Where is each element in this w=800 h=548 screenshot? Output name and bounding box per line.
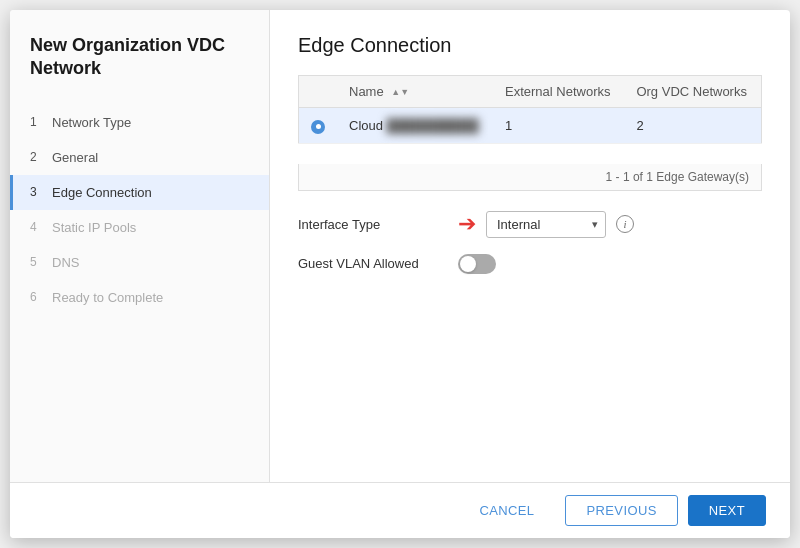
edge-table: Name ▲▼ External Networks Org VDC Networ… [298, 75, 762, 144]
table-header-row: Name ▲▼ External Networks Org VDC Networ… [299, 76, 762, 108]
step-number-5: 5 [30, 255, 44, 269]
section-title: Edge Connection [298, 34, 762, 57]
next-button[interactable]: NEXT [688, 495, 766, 526]
table-cell-external: 1 [493, 108, 624, 144]
table-cell-name: Cloud ██████████ [337, 108, 493, 144]
sidebar-item-label: Edge Connection [52, 185, 152, 200]
sidebar-item-static-ip-pools[interactable]: 4 Static IP Pools [10, 210, 269, 245]
sidebar-item-general[interactable]: 2 General [10, 140, 269, 175]
sidebar-item-label: General [52, 150, 98, 165]
radio-button[interactable] [311, 120, 325, 134]
sidebar: New Organization VDC Network 1 Network T… [10, 10, 270, 482]
sidebar-item-edge-connection[interactable]: 3 Edge Connection [10, 175, 269, 210]
step-number-1: 1 [30, 115, 44, 129]
step-number-4: 4 [30, 220, 44, 234]
previous-button[interactable]: PREVIOUS [565, 495, 677, 526]
step-number-3: 3 [30, 185, 44, 199]
info-icon[interactable]: i [616, 215, 634, 233]
table-cell-orgvdc: 2 [624, 108, 761, 144]
dialog-footer: CANCEL PREVIOUS NEXT [10, 482, 790, 538]
interface-type-label: Interface Type [298, 217, 458, 232]
table-cell-radio[interactable] [299, 108, 338, 144]
sidebar-item-label: Ready to Complete [52, 290, 163, 305]
sidebar-item-network-type[interactable]: 1 Network Type [10, 105, 269, 140]
sidebar-steps: 1 Network Type 2 General 3 Edge Connecti… [10, 105, 269, 315]
dialog-body: New Organization VDC Network 1 Network T… [10, 10, 790, 482]
sidebar-item-label: DNS [52, 255, 79, 270]
main-content: Edge Connection Name ▲▼ External Network… [270, 10, 790, 482]
blurred-name: ██████████ [387, 118, 479, 133]
arrow-icon: ➔ [458, 211, 476, 237]
sort-icons[interactable]: ▲▼ [391, 88, 409, 97]
table-col-select [299, 76, 338, 108]
table-footer: 1 - 1 of 1 Edge Gateway(s) [298, 164, 762, 191]
table-col-name: Name ▲▼ [337, 76, 493, 108]
toggle-thumb [460, 256, 476, 272]
cancel-button[interactable]: CANCEL [458, 495, 555, 526]
table-col-external: External Networks [493, 76, 624, 108]
sidebar-item-ready-to-complete[interactable]: 6 Ready to Complete [10, 280, 269, 315]
interface-type-select[interactable]: Internal Subinterface Distributed [486, 211, 606, 238]
guest-vlan-row: Guest VLAN Allowed [298, 254, 762, 274]
step-number-2: 2 [30, 150, 44, 164]
table-col-orgvdc: Org VDC Networks [624, 76, 761, 108]
table-row[interactable]: Cloud ██████████ 1 2 [299, 108, 762, 144]
sidebar-item-label: Network Type [52, 115, 131, 130]
guest-vlan-label: Guest VLAN Allowed [298, 256, 458, 271]
sidebar-item-label: Static IP Pools [52, 220, 136, 235]
interface-type-row: Interface Type ➔ Internal Subinterface D… [298, 211, 762, 238]
dialog-title: New Organization VDC Network [10, 34, 269, 105]
guest-vlan-toggle[interactable] [458, 254, 496, 274]
sidebar-item-dns[interactable]: 5 DNS [10, 245, 269, 280]
dialog: New Organization VDC Network 1 Network T… [10, 10, 790, 538]
step-number-6: 6 [30, 290, 44, 304]
interface-type-wrapper: Internal Subinterface Distributed ▾ [486, 211, 606, 238]
